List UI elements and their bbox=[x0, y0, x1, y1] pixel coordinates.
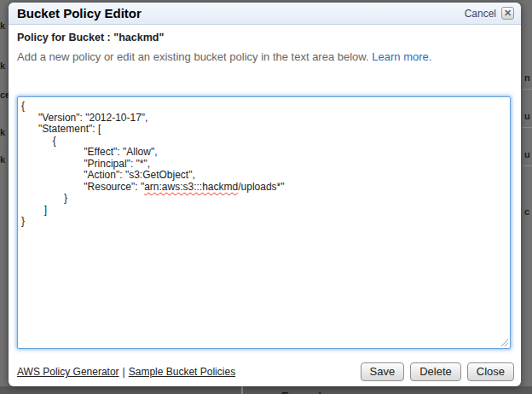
bg-text-fragment: c bbox=[524, 207, 529, 216]
save-button[interactable]: Save bbox=[361, 362, 405, 381]
footer-buttons: Save Delete Close bbox=[361, 362, 514, 381]
bg-bottom-strip: Expand bbox=[0, 386, 532, 394]
policy-textarea[interactable]: { "Version": "2012-10-17", "Statement": … bbox=[17, 96, 511, 349]
bg-text-fragment: k bbox=[0, 61, 5, 70]
description-text: Add a new policy or edit an existing buc… bbox=[17, 50, 369, 63]
bg-text-fragment: k bbox=[0, 155, 5, 164]
sample-bucket-policies-link[interactable]: Sample Bucket Policies bbox=[129, 366, 235, 378]
policy-for-bucket-label: Policy for Bucket : "hackmd" bbox=[17, 32, 164, 43]
screen: k k ce k k n u u c Expand Bucket Policy … bbox=[0, 0, 532, 394]
bg-row-divider bbox=[522, 127, 532, 128]
delete-button[interactable]: Delete bbox=[410, 362, 461, 381]
learn-more-link[interactable]: Learn more. bbox=[372, 50, 431, 63]
bg-text-fragment: k bbox=[0, 128, 5, 136]
bucket-policy-editor-dialog: Bucket Policy Editor Cancel ✕ Policy for… bbox=[9, 3, 521, 386]
resize-grip-icon[interactable] bbox=[500, 338, 509, 347]
aws-policy-generator-link[interactable]: AWS Policy Generator bbox=[17, 366, 119, 378]
bg-text-fragment: u bbox=[524, 112, 530, 120]
dialog-footer: AWS Policy Generator|Sample Bucket Polic… bbox=[17, 362, 514, 382]
footer-links: AWS Policy Generator|Sample Bucket Polic… bbox=[17, 366, 235, 378]
bg-row-divider bbox=[522, 89, 532, 90]
link-separator: | bbox=[123, 366, 125, 378]
bg-column-divider bbox=[241, 386, 243, 394]
dialog-description: Add a new policy or edit an existing buc… bbox=[17, 50, 431, 63]
dialog-title: Bucket Policy Editor bbox=[17, 6, 465, 20]
bg-text-fragment: n bbox=[524, 73, 530, 82]
bg-text-fragment: Expand bbox=[281, 390, 350, 394]
cancel-link[interactable]: Cancel bbox=[465, 8, 496, 20]
policy-json-text: { "Version": "2012-10-17", "Statement": … bbox=[21, 101, 498, 338]
bg-row-divider bbox=[522, 165, 532, 166]
close-button[interactable]: Close bbox=[467, 362, 514, 381]
close-icon[interactable]: ✕ bbox=[501, 7, 514, 20]
spellcheck-underline: arn:aws:s3:::hackmd bbox=[144, 181, 238, 193]
bg-text-fragment: k bbox=[0, 21, 5, 30]
bg-text-fragment: u bbox=[524, 150, 530, 159]
dialog-titlebar: Bucket Policy Editor Cancel ✕ bbox=[9, 3, 521, 25]
